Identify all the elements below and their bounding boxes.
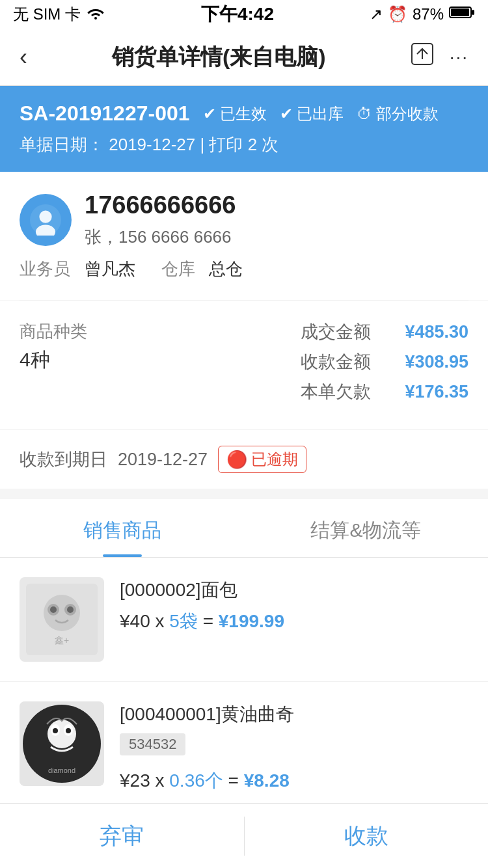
battery-text: 87% [413,5,444,23]
customer-section: 17666666666 张，156 6666 6666 业务员 曾凡杰 仓库 总… [0,172,488,300]
status-bar: 无 SIM 卡 下午4:42 ↗ ⏰ 87% [0,0,488,29]
product-price-row-1: ¥40 x 5袋 = ¥199.99 [120,609,468,634]
nav-right: ··· [411,42,468,72]
list-item: 鑫+ [0000002]面包 ¥40 x 5袋 = ¥199.99 [0,558,488,682]
order-id: SA-20191227-001 [20,102,190,126]
svg-point-6 [39,211,51,223]
svg-point-12 [50,606,57,613]
product-details-2: [000400001]黄油曲奇 534532 ¥23 x 0.36个 = ¥8.… [120,701,468,793]
product-sku-badge: 534532 [120,733,185,755]
badge-shipped: ✔ 已出库 [280,103,344,124]
status-bar-left: 无 SIM 卡 [13,4,105,25]
tab-sales[interactable]: 销售商品 [0,499,244,557]
summary-right: 成交金额 ¥485.30 收款金额 ¥308.95 本单欠款 ¥176.35 [301,320,468,410]
cancel-button[interactable]: 弃审 [0,804,244,868]
product-details-1: [0000002]面包 ¥40 x 5袋 = ¥199.99 [120,577,468,634]
salesperson-value: 曾凡杰 [85,259,135,278]
receipt-value: ¥308.95 [384,352,468,372]
product-total-2: ¥8.28 [244,770,290,791]
customer-phone: 17666666666 [85,191,236,219]
avatar [20,194,72,246]
type-value: 4种 [20,347,87,373]
due-label: 收款到期日 [20,448,107,471]
product-quantity-1: 5袋 [169,611,198,631]
bottom-bar: 弃审 收款 [0,803,488,868]
products-section: 鑫+ [0000002]面包 ¥40 x 5袋 = ¥199.99 [0,558,488,813]
debt-value: ¥176.35 [384,382,468,402]
debt-label: 本单欠款 [301,380,371,403]
share-icon[interactable] [411,42,434,72]
customer-meta: 业务员 曾凡杰 仓库 总仓 [20,258,468,280]
nav-bar: ‹ 销货单详情(来自电脑) ··· [0,29,488,86]
deal-value: ¥485.30 [384,322,468,342]
product-image-2: diamond [20,701,104,786]
receipt-label: 收款金额 [301,350,371,373]
status-bar-time: 下午4:42 [201,2,274,27]
confirm-button[interactable]: 收款 [245,804,489,868]
tabs-container: 销售商品 结算&物流等 [0,499,488,558]
svg-text:diamond: diamond [48,766,75,774]
order-date-row: 单据日期： 2019-12-27 | 打印 2 次 [20,133,468,156]
svg-rect-2 [451,8,469,16]
due-date: 2019-12-27 [118,450,208,470]
overdue-icon: 🔴 [226,450,247,470]
badge-effective: ✔ 已生效 [203,103,267,124]
due-section: 收款到期日 2019-12-27 🔴 已逾期 [0,429,488,489]
page-title: 销货单详情(来自电脑) [112,42,326,72]
wifi-icon [86,5,105,23]
check-icon-1: ✔ [203,105,216,123]
product-quantity-2: 0.36个 [169,770,223,791]
battery-icon [449,5,475,23]
svg-point-13 [67,606,74,613]
type-label: 商品种类 [20,320,87,343]
nav-left: ‹ [20,44,27,71]
product-image-1: 鑫+ [20,577,104,662]
deal-label: 成交金额 [301,320,371,344]
tab-settlement[interactable]: 结算&物流等 [244,499,488,557]
svg-text:鑫+: 鑫+ [55,635,69,645]
product-name-2: [000400001]黄油曲奇 [120,701,468,727]
badge-partial: ⏱ 部分收款 [357,103,439,124]
overdue-badge: 🔴 已逾期 [218,446,306,473]
list-item: diamond [000400001]黄油曲奇 534532 ¥23 x 0.3… [0,682,488,813]
alarm-icon: ⏰ [388,5,407,23]
svg-point-20 [53,728,58,733]
product-name-1: [0000002]面包 [120,577,468,603]
summary-section: 商品种类 4种 成交金额 ¥485.30 收款金额 ¥308.95 本单欠款 ¥… [0,301,488,429]
salesperson-label: 业务员 [20,259,70,278]
product-total-1: ¥199.99 [219,611,284,631]
svg-point-21 [66,728,71,733]
back-button[interactable]: ‹ [20,44,27,71]
warehouse-label: 仓库 [161,259,195,278]
status-bar-right: ↗ ⏰ 87% [370,5,475,23]
header-banner: SA-20191227-001 ✔ 已生效 ✔ 已出库 ⏱ 部分收款 单据日期：… [0,86,488,172]
warehouse-value: 总仓 [209,259,243,278]
clock-icon: ⏱ [357,105,372,123]
product-price-row-2: ¥23 x 0.36个 = ¥8.28 [120,768,468,793]
check-icon-2: ✔ [280,105,293,123]
location-icon: ↗ [370,5,383,23]
more-icon[interactable]: ··· [450,47,468,68]
svg-rect-1 [472,10,474,15]
sim-status: 无 SIM 卡 [13,4,81,25]
svg-point-17 [47,720,76,748]
customer-name-phone: 张，156 6666 6666 [85,226,236,249]
